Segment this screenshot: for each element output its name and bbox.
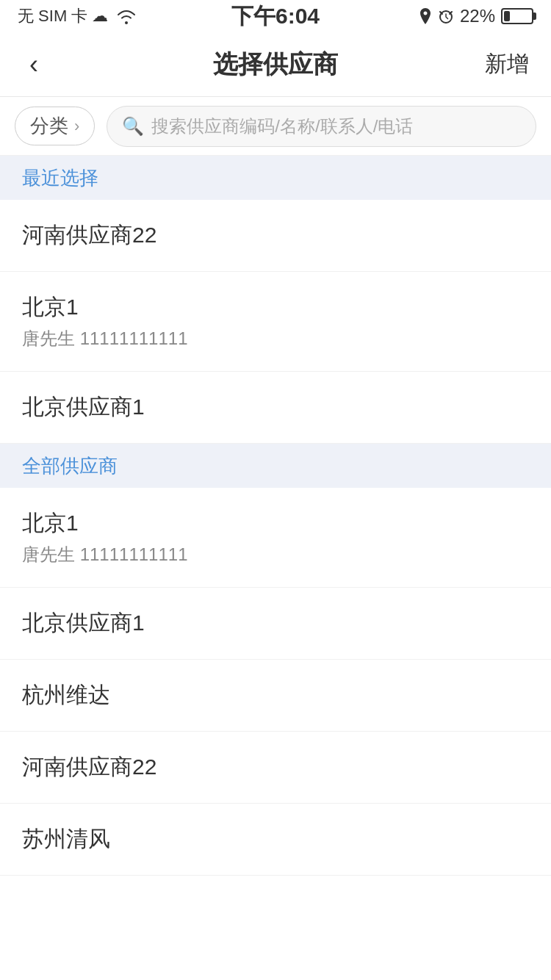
all-section-header: 全部供应商	[0, 444, 551, 488]
battery-percent: 22%	[460, 6, 495, 26]
item-name: 河南供应商22	[22, 752, 529, 782]
status-time: 下午6:04	[231, 1, 320, 32]
list-item[interactable]: 北京供应商1	[0, 372, 551, 444]
add-button[interactable]: 新增	[485, 49, 529, 79]
item-name: 北京1	[22, 508, 529, 538]
recent-section-label: 最近选择	[22, 165, 98, 191]
alarm-icon	[438, 8, 454, 24]
list-item[interactable]: 苏州清风	[0, 804, 551, 876]
battery-icon	[501, 8, 533, 24]
recent-section-header: 最近选择	[0, 156, 551, 200]
item-name: 杭州维达	[22, 680, 529, 710]
category-label: 分类	[30, 113, 68, 139]
item-sub: 唐先生 11111111111	[22, 543, 529, 566]
page-title: 选择供应商	[213, 48, 338, 82]
all-section-label: 全部供应商	[22, 453, 118, 479]
item-name: 苏州清风	[22, 824, 529, 854]
nav-bar: ‹ 选择供应商 新增	[0, 32, 551, 97]
recent-list: 河南供应商22北京1唐先生 11111111111北京供应商1	[0, 200, 551, 444]
status-bar: 无 SIM 卡 ☁ 下午6:04 22%	[0, 0, 551, 32]
list-item[interactable]: 河南供应商22	[0, 200, 551, 272]
search-placeholder: 搜索供应商编码/名称/联系人/电话	[151, 115, 413, 138]
list-item[interactable]: 北京1唐先生 11111111111	[0, 488, 551, 588]
status-right: 22%	[419, 6, 533, 26]
item-name: 北京供应商1	[22, 608, 529, 638]
filter-bar: 分类 › 🔍 搜索供应商编码/名称/联系人/电话	[0, 97, 551, 156]
search-icon: 🔍	[122, 116, 144, 137]
chevron-right-icon: ›	[74, 117, 79, 136]
item-name: 北京供应商1	[22, 392, 529, 422]
category-button[interactable]: 分类 ›	[15, 107, 95, 145]
item-name: 河南供应商22	[22, 220, 529, 251]
back-button[interactable]: ‹	[22, 42, 46, 87]
list-item[interactable]: 河南供应商22	[0, 732, 551, 804]
no-sim-text: 无 SIM 卡 ☁	[18, 5, 108, 27]
item-sub: 唐先生 11111111111	[22, 327, 529, 350]
list-item[interactable]: 杭州维达	[0, 660, 551, 732]
search-box[interactable]: 🔍 搜索供应商编码/名称/联系人/电话	[107, 106, 536, 147]
status-left: 无 SIM 卡 ☁	[18, 5, 137, 27]
item-name: 北京1	[22, 292, 529, 323]
location-icon	[419, 8, 432, 24]
wifi-icon	[115, 8, 137, 24]
list-item[interactable]: 北京供应商1	[0, 588, 551, 660]
all-list: 北京1唐先生 11111111111北京供应商1杭州维达河南供应商22苏州清风	[0, 488, 551, 876]
list-item[interactable]: 北京1唐先生 11111111111	[0, 272, 551, 372]
